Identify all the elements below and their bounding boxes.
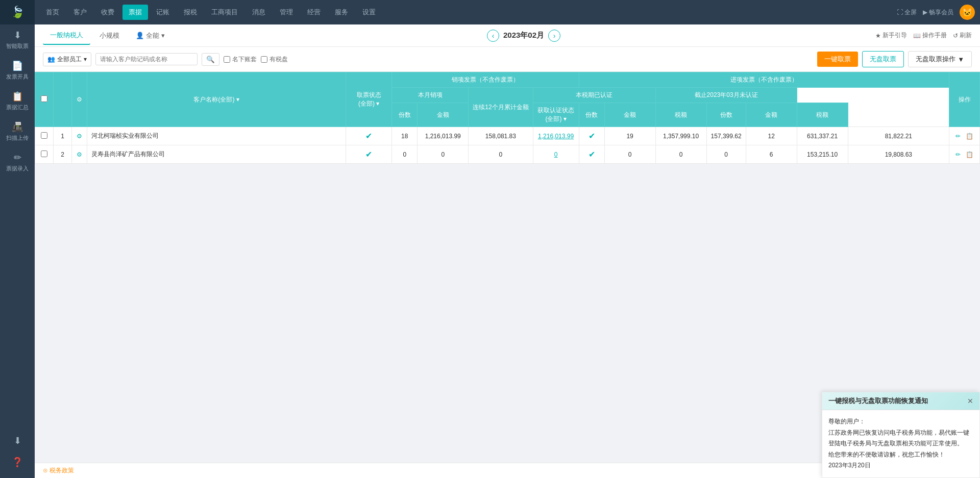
nav-home[interactable]: 首页	[40, 5, 65, 20]
view-btn[interactable]: 📋	[966, 133, 973, 140]
row-operation: ✏ 📋	[949, 127, 980, 145]
refresh-icon: ↺	[953, 32, 958, 39]
sidebar-item-scan-upload[interactable]: 📠 扫描上传	[0, 116, 35, 147]
th-operation: 操作	[949, 72, 980, 127]
row-p-cert-tax: 157,399.62	[706, 127, 746, 145]
sidebar-item-label: 扫描上传	[6, 134, 29, 142]
view-btn[interactable]: 📋	[966, 151, 973, 158]
edit-btn[interactable]: ✏	[955, 133, 961, 140]
th-p-uncert-tax: 税额	[797, 103, 848, 127]
toolbar: 👥 全部员工 ▾ 🔍 名下账套 有税盘 一键取票 无盘取票 无盘取票操作 ▼	[35, 47, 980, 72]
notification-greeting: 尊敬的用户：	[828, 416, 973, 427]
top-nav: 首页 客户 收费 票据 记账 报税 工商项目 消息 管理 经营 服务 设置 ⛶ …	[35, 0, 980, 24]
tab-general-taxpayer[interactable]: 一般纳税人	[43, 27, 90, 45]
row-s-tax: 0	[469, 145, 533, 164]
nav-settings[interactable]: 设置	[356, 5, 382, 20]
row-s-amount: 0	[418, 145, 469, 164]
all-icon: 👤	[136, 32, 144, 39]
row-index: 1	[54, 127, 72, 145]
nav-message[interactable]: 消息	[246, 5, 272, 20]
nav-operation[interactable]: 经营	[301, 5, 327, 20]
logo[interactable]: 🍃	[0, 0, 35, 24]
row-s-amount: 1,216,013.99	[418, 127, 469, 145]
nav-service[interactable]: 服务	[329, 5, 354, 20]
new-guide-btn[interactable]: ★ 新手引导	[875, 31, 907, 40]
search-input[interactable]	[95, 53, 198, 65]
row-settings[interactable]: ⚙	[72, 127, 87, 145]
row-operation: ✏ 📋	[949, 145, 980, 164]
new-guide-icon: ★	[875, 32, 881, 39]
nav-bookkeeping[interactable]: 记账	[150, 5, 176, 20]
tab-bar-right: ★ 新手引导 📖 操作手册 ↺ 刷新	[875, 31, 972, 40]
row-cumulative: 1,216,013.99	[533, 127, 579, 145]
notification-title: 一键报税与无盘取票功能恢复通知	[828, 396, 928, 406]
row-p-cert-amount: 0	[655, 145, 706, 164]
employee-selector[interactable]: 👥 全部员工 ▾	[43, 53, 91, 66]
avatar[interactable]: 🐱	[960, 5, 975, 20]
th-index	[54, 72, 72, 127]
row-checkbox[interactable]	[35, 145, 54, 164]
row-p-cert-count: 0	[604, 145, 655, 164]
data-entry-icon: ✏	[14, 152, 21, 163]
row-fetch-status: ✔	[346, 145, 392, 164]
downstream-checkbox-label[interactable]: 名下账套	[224, 55, 257, 64]
nav-manage[interactable]: 管理	[274, 5, 299, 20]
nav-customer[interactable]: 客户	[67, 5, 93, 20]
tab-all[interactable]: 👤 全能 ▾	[129, 27, 172, 44]
sidebar-item-data-entry[interactable]: ✏ 票据录入	[0, 147, 35, 178]
tax-policy-link[interactable]: ⊙ 税务政策	[43, 466, 74, 475]
nav-tax[interactable]: 报税	[178, 5, 203, 20]
sidebar-item-label: 发票开具	[6, 73, 29, 81]
employee-icon: 👥	[47, 56, 55, 63]
search-button[interactable]: 🔍	[202, 53, 219, 66]
manual-btn[interactable]: 📖 操作手册	[913, 31, 947, 40]
fullscreen-btn[interactable]: ⛶ 全屏	[897, 8, 917, 17]
edit-btn[interactable]: ✏	[955, 151, 961, 158]
invoice-open-icon: 📄	[12, 60, 23, 71]
period-display: 2023年02月	[503, 31, 544, 40]
row-customer-name: 河北柯瑞桢实业有限公司	[87, 127, 346, 145]
no-disk-fetch-btn[interactable]: 无盘取票	[862, 51, 904, 67]
tax-disk-checkbox[interactable]	[261, 56, 267, 63]
sidebar-item-invoice-open[interactable]: 📄 发票开具	[0, 55, 35, 86]
refresh-btn[interactable]: ↺ 刷新	[953, 31, 972, 40]
sidebar-item-help[interactable]: ❓	[0, 451, 35, 473]
row-checkbox[interactable]	[35, 127, 54, 145]
row-p-cert-tax: 0	[706, 145, 746, 164]
tab-small-scale[interactable]: 小规模	[92, 27, 127, 44]
member-btn[interactable]: ▶ 畅享会员	[923, 8, 953, 17]
nav-invoice[interactable]: 票据	[122, 5, 148, 20]
select-all-checkbox[interactable]	[41, 95, 47, 102]
no-disk-ops-btn[interactable]: 无盘取票操作 ▼	[908, 51, 972, 67]
sidebar-item-smart-fetch[interactable]: ⬇ 智能取票	[0, 24, 35, 55]
filter-icon[interactable]: ▾	[564, 115, 567, 122]
notification-apology: 给您带来的不便敬请谅解，祝您工作愉快！	[828, 449, 973, 461]
help-icon: ❓	[12, 457, 23, 468]
prev-period-btn[interactable]: ‹	[487, 30, 499, 42]
downstream-checkbox[interactable]	[224, 56, 230, 63]
filter-icon[interactable]: ▾	[236, 96, 239, 103]
one-click-fetch-btn[interactable]: 一键取票	[817, 52, 858, 67]
tax-disk-checkbox-label[interactable]: 有税盘	[261, 55, 288, 64]
th-customer: 客户名称(全部) ▾	[87, 72, 346, 127]
th-s-amount: 金额	[418, 103, 469, 127]
th-settings: ⚙	[72, 72, 87, 127]
row-cumulative: 0	[533, 145, 579, 164]
next-period-btn[interactable]: ›	[548, 30, 560, 42]
nav-collection[interactable]: 收费	[95, 5, 120, 20]
nav-business[interactable]: 工商项目	[205, 5, 244, 20]
row-settings[interactable]: ⚙	[72, 145, 87, 164]
period-navigation: ‹ 2023年02月 ›	[487, 30, 560, 42]
th-p-uncert-count: 份数	[706, 103, 746, 127]
sidebar-item-label: 票据录入	[6, 165, 29, 172]
row-p-cert-count: 19	[604, 127, 655, 145]
row-p-uncert-count: 12	[746, 127, 797, 145]
sidebar-item-invoice-summary[interactable]: 📋 票据汇总	[0, 86, 35, 116]
sidebar-item-download[interactable]: ⬇	[0, 430, 35, 451]
row-index: 2	[54, 145, 72, 164]
row-cert-status: ✔	[579, 127, 604, 145]
row-s-count: 18	[392, 127, 418, 145]
filter-icon[interactable]: ▾	[376, 100, 379, 107]
smart-fetch-icon: ⬇	[14, 30, 21, 41]
notification-close-btn[interactable]: ✕	[967, 397, 973, 405]
